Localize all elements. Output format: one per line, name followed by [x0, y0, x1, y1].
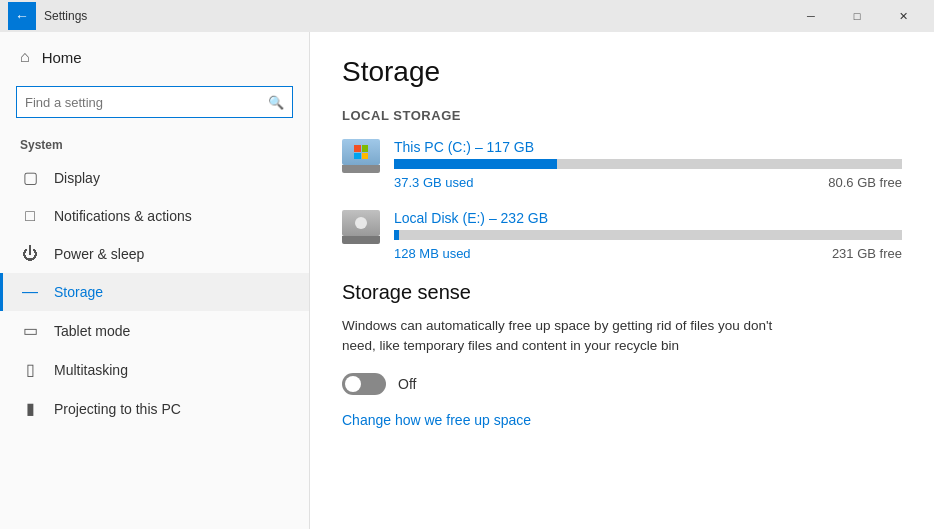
sidebar-item-home[interactable]: ⌂ Home [0, 32, 309, 82]
search-input[interactable] [25, 95, 262, 110]
home-label: Home [42, 49, 82, 66]
titlebar: ← Settings ─ □ ✕ [0, 0, 934, 32]
drive-e-bar-fill [394, 230, 399, 240]
titlebar-title: Settings [44, 9, 780, 23]
drive-c-stats: 37.3 GB used 80.6 GB free [394, 175, 902, 190]
sidebar-item-display-label: Display [54, 170, 100, 186]
storage-sense-toggle[interactable] [342, 373, 386, 395]
drive-e-name[interactable]: Local Disk (E:) – 232 GB [394, 210, 902, 226]
storage-sense-desc: Windows can automatically free up space … [342, 316, 782, 357]
sidebar-item-tablet[interactable]: ▭ Tablet mode [0, 311, 309, 350]
sidebar-item-projecting-label: Projecting to this PC [54, 401, 181, 417]
drive-c-icon [342, 139, 380, 173]
sidebar-item-multitasking[interactable]: ▯ Multitasking [0, 350, 309, 389]
home-icon: ⌂ [20, 48, 30, 66]
multitasking-icon: ▯ [20, 360, 40, 379]
storage-sense-toggle-row: Off [342, 373, 902, 395]
search-box[interactable]: 🔍 [16, 86, 293, 118]
drive-e-free: 231 GB free [832, 246, 902, 261]
toggle-knob [345, 376, 361, 392]
drive-e-item: Local Disk (E:) – 232 GB 128 MB used 231… [342, 210, 902, 261]
sidebar-section-title: System [0, 130, 309, 158]
drive-e-icon [342, 210, 380, 244]
notifications-icon: □ [20, 207, 40, 225]
sidebar-item-multitasking-label: Multitasking [54, 362, 128, 378]
content-area: Storage Local storage This PC (C:) – 117… [310, 32, 934, 529]
drive-c-bar [394, 159, 902, 169]
storage-sense-title: Storage sense [342, 281, 902, 304]
drive-c-item: This PC (C:) – 117 GB 37.3 GB used 80.6 … [342, 139, 902, 190]
drive-e-info: Local Disk (E:) – 232 GB 128 MB used 231… [394, 210, 902, 261]
sidebar-item-display[interactable]: ▢ Display [0, 158, 309, 197]
drive-e-used[interactable]: 128 MB used [394, 246, 471, 261]
sidebar: ⌂ Home 🔍 System ▢ Display □ Notification… [0, 32, 310, 529]
display-icon: ▢ [20, 168, 40, 187]
change-free-space-link[interactable]: Change how we free up space [342, 412, 531, 428]
sidebar-item-storage-label: Storage [54, 284, 103, 300]
app-body: ⌂ Home 🔍 System ▢ Display □ Notification… [0, 32, 934, 529]
sidebar-item-power[interactable]: ⏻ Power & sleep [0, 235, 309, 273]
page-title: Storage [342, 56, 902, 88]
tablet-icon: ▭ [20, 321, 40, 340]
projecting-icon: ▮ [20, 399, 40, 418]
sidebar-item-notifications-label: Notifications & actions [54, 208, 192, 224]
drive-c-used[interactable]: 37.3 GB used [394, 175, 474, 190]
maximize-button[interactable]: □ [834, 0, 880, 32]
drive-c-free: 80.6 GB free [828, 175, 902, 190]
toggle-off-label: Off [398, 376, 416, 392]
power-icon: ⏻ [20, 245, 40, 263]
close-button[interactable]: ✕ [880, 0, 926, 32]
drive-e-bar [394, 230, 902, 240]
drive-c-bar-fill [394, 159, 557, 169]
window-controls: ─ □ ✕ [788, 0, 926, 32]
sidebar-item-power-label: Power & sleep [54, 246, 144, 262]
back-button[interactable]: ← [8, 2, 36, 30]
sidebar-item-storage[interactable]: — Storage [0, 273, 309, 311]
drive-c-name[interactable]: This PC (C:) – 117 GB [394, 139, 902, 155]
search-icon: 🔍 [268, 95, 284, 110]
minimize-button[interactable]: ─ [788, 0, 834, 32]
sidebar-item-notifications[interactable]: □ Notifications & actions [0, 197, 309, 235]
local-storage-title: Local storage [342, 108, 902, 123]
drive-e-stats: 128 MB used 231 GB free [394, 246, 902, 261]
sidebar-item-tablet-label: Tablet mode [54, 323, 130, 339]
drive-c-info: This PC (C:) – 117 GB 37.3 GB used 80.6 … [394, 139, 902, 190]
sidebar-item-projecting[interactable]: ▮ Projecting to this PC [0, 389, 309, 428]
storage-icon: — [20, 283, 40, 301]
